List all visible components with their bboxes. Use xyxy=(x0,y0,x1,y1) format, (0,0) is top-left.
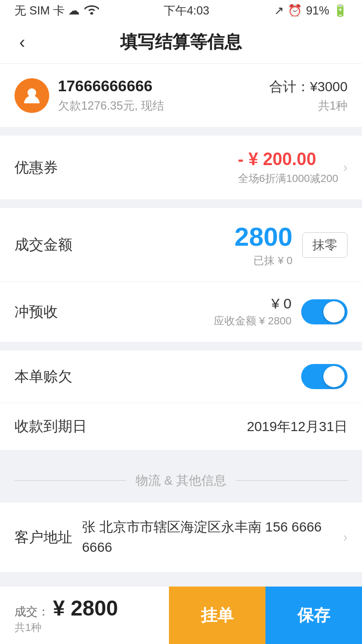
sim-label: 无 SIM 卡 ☁ xyxy=(14,3,80,18)
prepay-toggle[interactable] xyxy=(301,299,348,324)
deal-amount-label: 成交金额 xyxy=(14,235,72,255)
address-value: 张 北京市市辖区海淀区永丰南 156 6666 6666 xyxy=(72,517,343,558)
credit-section: 本单赊欠 收款到期日 2019年12月31日 xyxy=(0,350,362,450)
already-rounded: 已抹 ¥ 0 xyxy=(235,253,292,268)
credit-right xyxy=(301,364,348,389)
wifi-icon xyxy=(84,4,99,17)
save-button[interactable]: 保存 xyxy=(265,587,362,644)
alarm-icon: ⏰ xyxy=(288,4,302,17)
coupon-desc: 全场6折满1000减200 xyxy=(238,171,338,186)
footer-amount: ¥ 2800 xyxy=(53,596,118,620)
footer-deal-line: 成交： ¥ 2800 xyxy=(14,596,154,620)
prepay-amount: ¥ 0 xyxy=(214,295,292,312)
due-date-label: 收款到期日 xyxy=(14,417,87,436)
prepay-col: ¥ 0 应收金额 ¥ 2800 xyxy=(214,295,292,328)
prepay-row: 冲预收 ¥ 0 应收金额 ¥ 2800 xyxy=(0,282,362,342)
status-time: 下午4:03 xyxy=(164,3,209,18)
footer-count: 共1种 xyxy=(14,620,154,635)
coupon-right: - ¥ 200.00 全场6折满1000减200 › xyxy=(238,149,348,186)
credit-row: 本单赊欠 xyxy=(0,350,362,403)
customer-phone: 17666666666 xyxy=(58,77,164,95)
page-title: 填写结算等信息 xyxy=(120,30,242,54)
toggle-knob xyxy=(323,301,345,322)
back-button[interactable]: ‹ xyxy=(14,28,30,57)
footer-deal-label: 成交： xyxy=(14,605,49,618)
deal-section: 成交金额 2800 已抹 ¥ 0 抹零 冲预收 ¥ 0 应收金额 ¥ 2800 xyxy=(0,208,362,342)
due-date-value: 2019年12月31日 xyxy=(247,418,348,436)
hang-order-button[interactable]: 挂单 xyxy=(169,587,265,644)
status-bar: 无 SIM 卡 ☁ 下午4:03 ↗ ⏰ 91% 🔋 xyxy=(0,0,362,21)
credit-toggle[interactable] xyxy=(301,364,348,389)
deal-amount-value: 2800 xyxy=(235,222,292,252)
battery-icon: 🔋 xyxy=(333,4,348,17)
footer-info: 成交： ¥ 2800 共1种 xyxy=(0,587,169,644)
customer-card: 17666666666 欠款1276.35元, 现结 合计：¥3000 共1种 xyxy=(0,64,362,127)
battery-label: 91% xyxy=(306,4,329,17)
content: 17666666666 欠款1276.35元, 现结 合计：¥3000 共1种 … xyxy=(0,64,362,644)
logistics-divider: 物流 & 其他信息 xyxy=(0,459,362,503)
due-date-row: 收款到期日 2019年12月31日 xyxy=(0,403,362,450)
nav-bar: ‹ 填写结算等信息 xyxy=(0,21,362,64)
status-right: ↗ ⏰ 91% 🔋 xyxy=(274,4,348,17)
total-count: 共1种 xyxy=(269,98,348,113)
customer-right: 合计：¥3000 共1种 xyxy=(269,78,348,113)
customer-debt: 欠款1276.35元, 现结 xyxy=(58,98,164,113)
credit-toggle-knob xyxy=(323,366,345,387)
coupon-label: 优惠券 xyxy=(14,158,58,178)
location-icon: ↗ xyxy=(274,4,284,17)
prepay-sub: 应收金额 ¥ 2800 xyxy=(214,314,292,328)
coupon-row[interactable]: 优惠券 - ¥ 200.00 全场6折满1000减200 › xyxy=(0,136,362,199)
avatar xyxy=(14,78,49,113)
prepay-label: 冲预收 xyxy=(14,302,58,322)
customer-left: 17666666666 欠款1276.35元, 现结 xyxy=(14,77,164,113)
chevron-right-icon: › xyxy=(343,160,348,175)
logistics-text: 物流 & 其他信息 xyxy=(126,472,236,489)
deal-amount-row: 成交金额 2800 已抹 ¥ 0 抹零 xyxy=(0,208,362,282)
customer-info: 17666666666 欠款1276.35元, 现结 xyxy=(58,77,164,113)
total-amount: ¥3000 xyxy=(310,79,348,94)
divider-line-right xyxy=(236,480,348,481)
total-label: 合计：¥3000 xyxy=(269,78,348,96)
status-left: 无 SIM 卡 ☁ xyxy=(14,3,99,18)
address-row[interactable]: 客户地址 张 北京市市辖区海淀区永丰南 156 6666 6666 › xyxy=(0,503,362,572)
footer: 成交： ¥ 2800 共1种 挂单 保存 xyxy=(0,586,362,644)
deal-amount-col: 2800 已抹 ¥ 0 xyxy=(235,222,292,268)
address-chevron-icon: › xyxy=(343,530,348,545)
address-label: 客户地址 xyxy=(14,528,72,547)
coupon-info: - ¥ 200.00 全场6折满1000减200 xyxy=(238,149,338,186)
prepay-right: ¥ 0 应收金额 ¥ 2800 xyxy=(214,295,348,328)
total-label-text: 合计： xyxy=(269,79,310,94)
divider-line-left xyxy=(14,480,126,481)
round-zero-button[interactable]: 抹零 xyxy=(302,232,348,258)
coupon-discount: - ¥ 200.00 xyxy=(238,149,338,169)
credit-label: 本单赊欠 xyxy=(14,367,72,387)
deal-amount-right: 2800 已抹 ¥ 0 抹零 xyxy=(235,222,348,268)
